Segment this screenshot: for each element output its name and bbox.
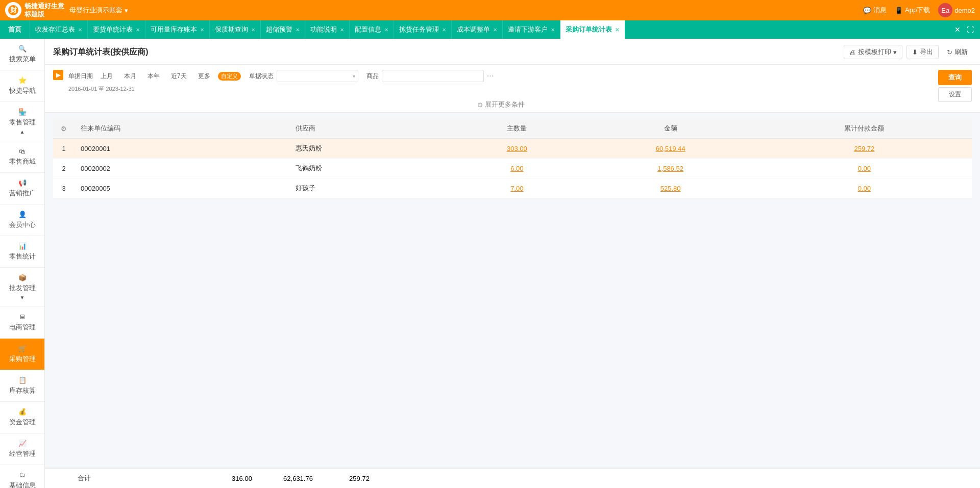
- expand-more-button[interactable]: ⊙ 展开更多条件: [472, 99, 530, 110]
- user-avatar-area[interactable]: Ea demo2: [938, 3, 975, 17]
- sidebar-item-member[interactable]: 👤 会员中心: [0, 204, 44, 236]
- expand-down-icon: ⊙: [477, 101, 483, 109]
- goods-more-icon[interactable]: ···: [487, 71, 494, 81]
- finance-icon: 💰: [18, 408, 27, 416]
- sidebar-item-quicknav[interactable]: ⭐ 快捷导航: [0, 70, 44, 102]
- row-code: 00020001: [75, 139, 289, 159]
- filter-row-main: 单据日期 上月 本月 本年 近7天 更多 自定义 单据状态: [68, 70, 933, 82]
- sidebar-item-retail-mgmt[interactable]: 🏪 零售管理 ▲: [0, 102, 44, 141]
- tab-close-icon[interactable]: ✕: [615, 27, 619, 33]
- tab-chengben[interactable]: 成本调整单 ✕: [452, 20, 503, 39]
- tab-home[interactable]: 首页: [0, 20, 30, 39]
- status-select-wrap: ▾: [277, 70, 358, 82]
- sidebar-item-finance[interactable]: 💰 资金管理: [0, 402, 44, 433]
- table-settings-icon[interactable]: ⚙: [59, 124, 68, 133]
- top-bar-right: 💬 消息 📱 App下载 Ea demo2: [863, 3, 975, 17]
- refresh-button[interactable]: ↻ 刷新: [943, 45, 972, 59]
- row-qty[interactable]: 6.00: [450, 159, 584, 178]
- status-label: 单据状态: [249, 72, 274, 81]
- sidebar-item-wholesale[interactable]: 📦 批发管理 ▼: [0, 268, 44, 307]
- row-amount[interactable]: 1,586.52: [584, 159, 757, 178]
- main-layout: 🔍 搜索菜单 ⭐ 快捷导航 🏪 零售管理 ▲ 🛍 零售商城 📢 营销推广 👤 会…: [0, 39, 980, 488]
- ecommerce-icon: 🖥: [19, 313, 26, 321]
- query-button[interactable]: 查询: [938, 70, 972, 85]
- table-row: 2 00020002 飞鹤奶粉 6.00 1,586.52 0.00: [53, 159, 972, 178]
- purchase-icon: 🛒: [18, 345, 27, 352]
- col-amount-header: 金额: [584, 119, 757, 139]
- nav-icon: ⭐: [18, 76, 27, 84]
- sidebar-item-base-info[interactable]: 🗂 基础信息: [0, 465, 44, 488]
- tab-close-icon[interactable]: ✕: [78, 27, 82, 33]
- sidebar-item-management[interactable]: 📈 经营管理: [0, 433, 44, 465]
- breadcrumb-text: 母婴行业演示账套: [69, 6, 122, 15]
- refresh-icon: ↻: [947, 48, 952, 56]
- sidebar-item-purchase[interactable]: 🛒 采购管理: [0, 339, 44, 370]
- goods-label: 商品: [366, 72, 379, 81]
- goods-input[interactable]: [382, 70, 484, 82]
- sidebar-item-retail-mall[interactable]: 🛍 零售商城: [0, 141, 44, 173]
- filter-settings-button[interactable]: 设置: [938, 87, 972, 102]
- tab-close-icon[interactable]: ✕: [136, 27, 140, 33]
- tab-close-icon[interactable]: ✕: [551, 27, 555, 33]
- tab-close-icon[interactable]: ✕: [493, 27, 497, 33]
- tab-jianhuo[interactable]: 拣货任务管理 ✕: [394, 20, 452, 39]
- tab-close-icon[interactable]: ✕: [384, 27, 388, 33]
- row-paid[interactable]: 0.00: [757, 178, 972, 198]
- shortcut-this-month[interactable]: 本月: [119, 70, 141, 82]
- tab-keyongliang[interactable]: 可用量库存账本 ✕: [145, 20, 210, 39]
- table-area: ⚙ 往来单位编码 供应商 主数量 金额 累计付款金额 1 00020001 惠氏…: [45, 113, 980, 468]
- tab-close-icon[interactable]: ✕: [340, 27, 344, 33]
- data-table: ⚙ 往来单位编码 供应商 主数量 金额 累计付款金额 1 00020001 惠氏…: [53, 119, 972, 198]
- tab-gongneng[interactable]: 功能说明 ✕: [305, 20, 350, 39]
- row-qty[interactable]: 7.00: [450, 178, 584, 198]
- col-settings-header: ⚙: [53, 119, 75, 139]
- row-amount[interactable]: 525.80: [584, 178, 757, 198]
- row-code: 00020002: [75, 159, 289, 178]
- shortcut-this-year[interactable]: 本年: [143, 70, 164, 82]
- table-header-row: ⚙ 往来单位编码 供应商 主数量 金额 累计付款金额: [53, 119, 972, 139]
- tab-shoufacun[interactable]: 收发存汇总表 ✕: [30, 20, 88, 39]
- print-dropdown-icon: ▾: [893, 48, 897, 56]
- close-all-tabs-button[interactable]: ✕: [952, 24, 963, 35]
- tab-chaochuyujing[interactable]: 超储预警 ✕: [261, 20, 305, 39]
- shortcut-7days[interactable]: 近7天: [166, 70, 191, 82]
- export-button[interactable]: ⬇ 导出: [906, 45, 939, 59]
- shortcut-more[interactable]: 更多: [193, 70, 215, 82]
- row-paid[interactable]: 259.72: [757, 139, 972, 159]
- tab-baozhi[interactable]: 保质期查询 ✕: [210, 20, 261, 39]
- row-qty[interactable]: 303.00: [450, 139, 584, 159]
- sidebar-item-search[interactable]: 🔍 搜索菜单: [0, 39, 44, 70]
- sidebar-item-ecommerce[interactable]: 🖥 电商管理: [0, 307, 44, 339]
- tab-peizhi[interactable]: 配置信息 ✕: [350, 20, 394, 39]
- tab-close-icon[interactable]: ✕: [442, 27, 446, 33]
- date-label: 单据日期: [68, 72, 93, 81]
- tab-close-icon[interactable]: ✕: [200, 27, 204, 33]
- row-index: 2: [53, 159, 75, 178]
- tab-close-icon[interactable]: ✕: [296, 27, 300, 33]
- tab-close-icon[interactable]: ✕: [251, 27, 255, 33]
- message-button[interactable]: 💬 消息: [863, 6, 887, 15]
- app-download-button[interactable]: 📱 App下载: [895, 6, 930, 15]
- sidebar-item-retail-stats[interactable]: 📊 零售统计: [0, 236, 44, 268]
- tab-yaoqing[interactable]: 邀请下游客户 ✕: [503, 20, 560, 39]
- status-filter-group: 单据状态 ▾: [249, 70, 358, 82]
- page-header: 采购订单统计表(按供应商) 🖨 按模板打印 ▾ ⬇ 导出 ↻ 刷新: [45, 39, 980, 65]
- footer-amount: 62,631.76: [267, 475, 329, 482]
- expand-toggle-button[interactable]: ▶: [53, 70, 63, 80]
- row-paid[interactable]: 0.00: [757, 159, 972, 178]
- col-paid-header: 累计付款金额: [757, 119, 972, 139]
- sidebar-item-marketing[interactable]: 📢 营销推广: [0, 173, 44, 204]
- custom-date-tag[interactable]: 自定义: [218, 72, 241, 81]
- status-select[interactable]: [277, 70, 358, 82]
- sidebar-item-inventory[interactable]: 📋 库存核算: [0, 370, 44, 402]
- maximize-button[interactable]: ⛶: [965, 24, 976, 35]
- tab-yaohuo[interactable]: 要货单统计表 ✕: [88, 20, 145, 39]
- col-supplier-header: 供应商: [289, 119, 450, 139]
- breadcrumb-area[interactable]: 母婴行业演示账套 ▾: [69, 6, 128, 15]
- print-button[interactable]: 🖨 按模板打印 ▾: [844, 45, 902, 59]
- expand-row: ⊙ 展开更多条件: [68, 97, 933, 110]
- tab-caigou-active[interactable]: 采购订单统计表 ✕: [560, 20, 625, 39]
- row-amount[interactable]: 60,519.44: [584, 139, 757, 159]
- logo-icon: 财: [5, 2, 21, 18]
- shortcut-last-month[interactable]: 上月: [96, 70, 117, 82]
